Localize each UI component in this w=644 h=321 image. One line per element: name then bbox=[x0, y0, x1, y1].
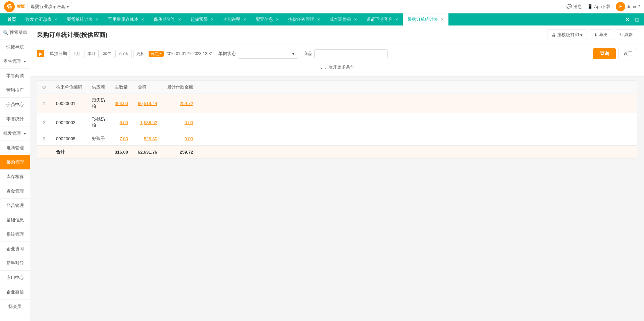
sidebar-item-vip[interactable]: 畅会员 bbox=[0, 300, 30, 314]
sidebar: 🔍 搜索菜单 快捷导航 零售管理 零售商城 营销推广 会员中心 零售统计 批发管… bbox=[0, 25, 30, 321]
close-icon[interactable]: ✕ bbox=[395, 17, 398, 22]
row-index: 2 bbox=[37, 113, 51, 132]
page-title: 采购订单统计表(按供应商) bbox=[37, 31, 107, 39]
cell-extra bbox=[198, 113, 637, 132]
export-button[interactable]: ⬇ 导出 bbox=[590, 30, 612, 40]
top-bar-right: 💬 消息 📱 App下载 E demo2 bbox=[567, 2, 640, 11]
close-icon[interactable]: ✕ bbox=[317, 17, 320, 22]
tab-chengbentiaoz[interactable]: 成本调整单 ✕ bbox=[325, 13, 362, 25]
settings-button[interactable]: 设置 bbox=[619, 48, 637, 59]
user-menu[interactable]: E demo2 bbox=[616, 2, 640, 11]
sidebar-item-newguide[interactable]: 新手引导 bbox=[0, 256, 30, 271]
cell-unit-code: 00020001 bbox=[51, 94, 87, 113]
tab-peizhi[interactable]: 配置信息 ✕ bbox=[251, 13, 283, 25]
close-icon[interactable]: ✕ bbox=[141, 17, 144, 22]
sidebar-item-basic[interactable]: 基础信息 bbox=[0, 213, 30, 227]
close-icon[interactable]: ✕ bbox=[96, 17, 99, 22]
sidebar-item-system[interactable]: 系统管理 bbox=[0, 227, 30, 242]
sidebar-item-enterprise[interactable]: 企业协同 bbox=[0, 242, 30, 256]
cell-quantity[interactable]: 7.00 bbox=[110, 132, 133, 146]
nav-end: ✕ ⊡ bbox=[623, 15, 641, 24]
query-button[interactable]: 查询 bbox=[593, 48, 616, 59]
date-toggle-more[interactable]: 更多 bbox=[133, 50, 147, 58]
sidebar-item-search[interactable]: 🔍 搜索菜单 bbox=[0, 25, 30, 40]
sidebar-item-ecommerce[interactable]: 电商管理 bbox=[0, 141, 30, 155]
sidebar-item-finance[interactable]: 资金管理 bbox=[0, 184, 30, 199]
goods-label: 商品 bbox=[304, 51, 312, 57]
cell-unit-code: 00020002 bbox=[51, 113, 87, 132]
close-icon[interactable]: ✕ bbox=[178, 17, 181, 22]
close-icon-active[interactable]: ✕ bbox=[441, 17, 444, 22]
logo-text: 标版 bbox=[17, 4, 25, 9]
cell-paid[interactable]: 259.72 bbox=[162, 94, 198, 113]
cell-extra bbox=[198, 94, 637, 113]
sidebar-item-retailshop[interactable]: 零售商城 bbox=[0, 69, 30, 83]
cell-paid[interactable]: 0.00 bbox=[162, 113, 198, 132]
tab-gongnengshuo[interactable]: 功能说明 ✕ bbox=[218, 13, 251, 25]
refresh-button[interactable]: ↻ 刷新 bbox=[615, 30, 637, 40]
footer-label: 合计 bbox=[51, 145, 110, 159]
message-button[interactable]: 💬 消息 bbox=[567, 4, 582, 10]
col-unit-code: 往来单位编码 bbox=[51, 81, 87, 94]
tab-yaohuodantj[interactable]: 要货单统计表 ✕ bbox=[62, 13, 103, 25]
close-icon[interactable]: ✕ bbox=[54, 17, 57, 22]
sidebar-item-retailstat[interactable]: 零售统计 bbox=[0, 112, 30, 126]
close-all-button[interactable]: ✕ bbox=[623, 15, 632, 24]
tab-shoufahuizongl[interactable]: 收发存汇总表 ✕ bbox=[21, 13, 62, 25]
sidebar-item-wholesale[interactable]: 批发管理 bbox=[0, 126, 30, 141]
table-row: 1 00020001 惠氏奶粉 303.00 60,519.44 259.72 bbox=[37, 94, 637, 113]
sidebar-item-inventory[interactable]: 库存核算 bbox=[0, 170, 30, 184]
date-toggle-thismonth[interactable]: 本月 bbox=[85, 50, 99, 58]
table-footer-row: 合计 316.00 62,631.76 259.72 bbox=[37, 145, 637, 159]
col-paid: 累计付款金额 bbox=[162, 81, 198, 94]
workspace-selector[interactable]: 母婴行业演示账套 ▾ bbox=[28, 2, 72, 11]
date-toggle-thisyear[interactable]: 本年 bbox=[100, 50, 114, 58]
cell-quantity[interactable]: 303.00 bbox=[110, 94, 133, 113]
tab-caigoudingdan[interactable]: 采购订单统计表 ✕ bbox=[403, 13, 448, 25]
footer-quantity: 316.00 bbox=[110, 145, 133, 159]
col-amount: 金额 bbox=[133, 81, 162, 94]
gear-icon[interactable]: ⚙ bbox=[42, 85, 46, 90]
sidebar-item-member[interactable]: 会员中心 bbox=[0, 98, 30, 112]
nav-tabs: 首页 收发存汇总表 ✕ 要货单统计表 ✕ 可用量库存账本 ✕ 保质期查询 ✕ 超… bbox=[0, 13, 644, 25]
sidebar-item-retail[interactable]: 零售管理 bbox=[0, 54, 30, 69]
cell-amount[interactable]: 525.80 bbox=[133, 132, 162, 146]
collapse-button[interactable]: ▶ bbox=[37, 50, 44, 57]
main-layout: 🔍 搜索菜单 快捷导航 零售管理 零售商城 营销推广 会员中心 零售统计 批发管… bbox=[0, 25, 644, 321]
tab-home[interactable]: 首页 bbox=[3, 13, 21, 25]
tab-jianhuorenwu[interactable]: 拣货任务管理 ✕ bbox=[283, 13, 325, 25]
sidebar-item-corpwechat[interactable]: 企业微信 bbox=[0, 285, 30, 300]
close-icon[interactable]: ✕ bbox=[276, 17, 279, 22]
print-button[interactable]: 🖨 按模板打印 ▾ bbox=[547, 30, 587, 40]
cell-quantity[interactable]: 6.00 bbox=[110, 113, 133, 132]
close-icon[interactable]: ✕ bbox=[243, 17, 246, 22]
sidebar-item-purchase[interactable]: 采购管理 bbox=[0, 155, 30, 170]
sidebar-item-operations[interactable]: 经营管理 bbox=[0, 199, 30, 213]
search-icon: 🔍 bbox=[3, 30, 8, 35]
goods-input[interactable] bbox=[318, 51, 378, 56]
tab-chaocuyujing[interactable]: 超储预警 ✕ bbox=[186, 13, 218, 25]
sidebar-item-appcenter[interactable]: 应用中心 bbox=[0, 271, 30, 285]
date-toggle-7days[interactable]: 近7天 bbox=[115, 50, 132, 58]
ellipsis-icon[interactable]: … bbox=[380, 51, 384, 56]
close-icon[interactable]: ✕ bbox=[211, 17, 214, 22]
table-row: 2 00020002 飞鹤奶粉 6.00 1,586.52 0.00 bbox=[37, 113, 637, 132]
cell-unit-code: 00020005 bbox=[51, 132, 87, 146]
tab-yaoqingxiayou[interactable]: 邀请下游客户 ✕ bbox=[362, 13, 403, 25]
expand-more-button[interactable]: ⌄⌄ 展开更多条件 bbox=[318, 62, 357, 72]
close-icon[interactable]: ✕ bbox=[354, 17, 357, 22]
date-toggle-lastmonth[interactable]: 上月 bbox=[69, 50, 83, 58]
sidebar-item-marketing[interactable]: 营销推广 bbox=[0, 83, 30, 98]
app-download-button[interactable]: 📱 App下载 bbox=[587, 4, 610, 10]
sidebar-item-quicknav[interactable]: 快捷导航 bbox=[0, 40, 30, 54]
status-select[interactable]: ▾ bbox=[238, 49, 298, 59]
footer-extra bbox=[198, 145, 637, 159]
cell-paid[interactable]: 0.00 bbox=[162, 132, 198, 146]
restore-button[interactable]: ⊡ bbox=[633, 15, 641, 24]
status-label: 单据状态 bbox=[218, 51, 236, 57]
tab-baozhenqi[interactable]: 保质期查询 ✕ bbox=[149, 13, 186, 25]
date-filter: 单据日期 上月 本月 本年 近7天 更多 自定义 2016-01-01 至 20… bbox=[50, 50, 213, 58]
cell-amount[interactable]: 1,586.52 bbox=[133, 113, 162, 132]
cell-amount[interactable]: 60,519.44 bbox=[133, 94, 162, 113]
tab-keyongliang[interactable]: 可用量库存账本 ✕ bbox=[103, 13, 149, 25]
